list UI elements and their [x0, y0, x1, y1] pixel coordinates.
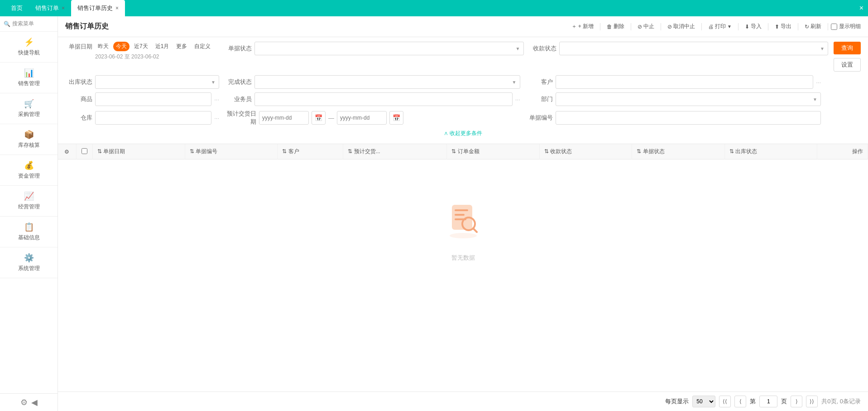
dept-select[interactable]: [556, 92, 821, 106]
collapse-label: ∧ 收起更多条件: [444, 130, 482, 136]
refresh-button[interactable]: ↻ 刷新: [801, 21, 825, 32]
cancel-stop-icon: ⊘: [667, 24, 672, 30]
pay-status-select[interactable]: [559, 42, 829, 55]
date-tag-more[interactable]: 更多: [173, 42, 190, 51]
salesman-ellipsis[interactable]: ···: [515, 96, 520, 103]
set-button[interactable]: 设置: [834, 58, 861, 72]
query-button[interactable]: 查询: [834, 42, 861, 54]
pay-status-label: 收款状态: [529, 44, 556, 53]
purchase-mgmt-icon: 🛒: [24, 99, 34, 109]
sidebar-item-inventory[interactable]: 📦 库存核算: [0, 124, 58, 155]
tab-sales-order-history-close[interactable]: ×: [115, 5, 119, 11]
out-stock-select[interactable]: [95, 75, 219, 89]
refresh-icon: ↻: [805, 24, 809, 30]
top-bar: 首页 销售订单 × 销售订单历史 × ×: [0, 0, 868, 16]
next-page-button[interactable]: ⟩: [791, 396, 802, 407]
th-expected-date: ⇅ 预计交货...: [343, 144, 447, 160]
query-button-group: 查询 设置: [834, 42, 861, 72]
table-area: ⚙ ⇅ 单据日期 ⇅ 单据编号 ⇅ 客户: [58, 144, 868, 392]
customer-input[interactable]: [556, 75, 814, 89]
sidebar-item-system-mgmt[interactable]: ⚙️ 系统管理: [0, 247, 58, 278]
goods-input[interactable]: [95, 92, 211, 106]
page-total: 共0页, 0条记录: [821, 397, 861, 406]
order-status-select[interactable]: [254, 42, 524, 55]
sep6: [768, 23, 768, 30]
sidebar-item-finance-label: 资金管理: [18, 172, 40, 180]
svg-rect-3: [455, 214, 465, 216]
close-window-button[interactable]: ×: [859, 4, 863, 12]
new-button[interactable]: ＋ + 新增: [568, 21, 597, 32]
stop-button[interactable]: ⊘ 中止: [634, 21, 658, 32]
settings-icon[interactable]: ⚙: [64, 149, 69, 155]
salesman-input[interactable]: [254, 92, 513, 106]
print-icon: 🖨: [708, 24, 714, 30]
sidebar-item-sales-mgmt[interactable]: 📊 销售管理: [0, 63, 58, 93]
cancel-stop-button[interactable]: ⊘ 取消中止: [664, 21, 699, 32]
tab-sales-order-history[interactable]: 销售订单历史 ×: [71, 0, 125, 16]
sidebar-item-purchase-mgmt[interactable]: 🛒 采购管理: [0, 93, 58, 124]
expected-date-label: 预计交货日期: [225, 110, 256, 126]
sidebar-item-sales-mgmt-label: 销售管理: [18, 80, 40, 87]
main-content: 销售订单历史 ＋ + 新增 🗑 删除 ⊘ 中止 ⊘: [58, 16, 868, 411]
delete-button[interactable]: 🗑 删除: [603, 21, 628, 32]
warehouse-ellipsis[interactable]: ···: [214, 115, 219, 121]
last-page-button[interactable]: ⟩⟩: [806, 396, 818, 407]
th-pay-status: ⇅ 收款状态: [539, 144, 632, 160]
goods-ellipsis[interactable]: ···: [214, 96, 219, 103]
select-all-checkbox[interactable]: [82, 148, 87, 154]
sidebar-item-quick-nav-label: 快捷导航: [18, 49, 40, 57]
main-layout: 🔍 搜索菜单 ⚡ 快捷导航 📊 销售管理 🛒 采购管理 📦 库存核算 💰 资金管…: [0, 16, 868, 411]
order-no-input[interactable]: [556, 111, 821, 125]
th-order-no-label: ⇅ 单据编号: [190, 148, 217, 155]
date-tag-yesterday[interactable]: 昨天: [95, 42, 111, 51]
svg-rect-2: [455, 209, 468, 211]
date-tag-today[interactable]: 今天: [113, 42, 129, 51]
sidebar-item-basic-info-label: 基础信息: [18, 234, 40, 242]
print-button[interactable]: 🖨 打印 ▼: [705, 21, 735, 32]
tab-sales-order-close[interactable]: ×: [62, 5, 65, 11]
import-button[interactable]: ⬇ 导入: [741, 21, 765, 32]
date-tag-1month[interactable]: 近1月: [153, 42, 172, 51]
warehouse-input[interactable]: [95, 111, 211, 125]
settings-bottom-icon[interactable]: ⚙: [20, 397, 28, 407]
page-size-select[interactable]: 20 50 100: [692, 396, 715, 407]
th-settings[interactable]: ⚙: [58, 144, 76, 160]
show-details-checkbox[interactable]: [831, 24, 837, 30]
svg-point-0: [450, 233, 477, 238]
tab-sales-order[interactable]: 销售订单 ×: [29, 0, 71, 16]
th-checkbox[interactable]: [76, 144, 92, 160]
date-tag-custom[interactable]: 自定义: [192, 42, 213, 51]
customer-label: 客户: [526, 78, 553, 86]
sep8: [828, 23, 828, 30]
system-mgmt-icon: ⚙️: [24, 253, 34, 263]
sidebar-item-basic-info[interactable]: 📋 基础信息: [0, 217, 58, 247]
show-details-toggle[interactable]: 显示明细: [831, 23, 861, 30]
expected-date-to[interactable]: [337, 111, 387, 125]
customer-ellipsis[interactable]: ···: [816, 79, 821, 86]
th-customer: ⇅ 客户: [278, 144, 343, 160]
collapse-filters[interactable]: ∧ 收起更多条件: [65, 128, 861, 139]
th-out-stock-status: ⇅ 出库状态: [724, 144, 817, 160]
th-amount: ⇅ 订单金额: [447, 144, 539, 160]
date-tag-7days[interactable]: 近7天: [131, 42, 151, 51]
date-to-calendar-btn[interactable]: 📅: [389, 111, 403, 125]
expected-date-from[interactable]: [259, 111, 309, 125]
dept-label: 部门: [526, 95, 553, 103]
sidebar-item-finance[interactable]: 💰 资金管理: [0, 155, 58, 186]
sidebar-search[interactable]: 🔍 搜索菜单: [0, 16, 58, 32]
sidebar-item-operations[interactable]: 📈 经营管理: [0, 186, 58, 217]
tab-home[interactable]: 首页: [5, 0, 29, 16]
first-page-button[interactable]: ⟨⟨: [719, 396, 731, 407]
orders-table: ⚙ ⇅ 单据日期 ⇅ 单据编号 ⇅ 客户: [58, 144, 868, 160]
page-number-input[interactable]: [759, 396, 777, 407]
prev-page-button[interactable]: ⟨: [734, 396, 746, 407]
th-out-stock-status-label: ⇅ 出库状态: [729, 148, 757, 155]
complete-status-select[interactable]: [254, 75, 520, 89]
page-title: 销售订单历史: [65, 22, 109, 31]
collapse-sidebar-icon[interactable]: ◀: [31, 397, 38, 407]
sidebar-item-quick-nav[interactable]: ⚡ 快捷导航: [0, 32, 58, 63]
sidebar-item-operations-label: 经营管理: [18, 203, 40, 211]
export-button[interactable]: ⬆ 导出: [771, 21, 795, 32]
print-arrow-icon: ▼: [727, 24, 732, 29]
date-from-calendar-btn[interactable]: 📅: [312, 111, 326, 125]
